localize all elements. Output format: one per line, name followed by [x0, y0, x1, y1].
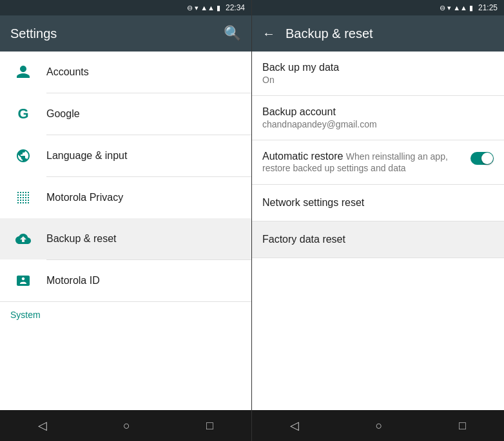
factory-data-reset-title: Factory data reset — [262, 234, 494, 245]
right-status-icons: ⊖ ▾ ▲▲ ▮ — [440, 4, 473, 12]
automatic-restore-item[interactable]: Automatic restore When reinstalling an a… — [252, 140, 504, 184]
left-status-bar: ⊖ ▾ ▲▲ ▮ 22:34 — [0, 0, 251, 15]
right-time: 21:25 — [478, 3, 498, 12]
left-toolbar-title: Settings — [10, 26, 213, 41]
toggle-knob — [481, 153, 493, 164]
right-do-not-disturb-icon: ⊖ — [440, 4, 445, 12]
automatic-restore-toggle[interactable] — [470, 152, 494, 165]
motorola-privacy-label: Motorola Privacy — [46, 192, 123, 203]
right-battery-icon: ▮ — [469, 4, 473, 12]
left-panel: ⊖ ▾ ▲▲ ▮ 22:34 Settings 🔍 Accounts G Goo… — [0, 0, 252, 441]
motorola-id-label: Motorola ID — [46, 275, 100, 286]
search-icon[interactable]: 🔍 — [224, 25, 241, 42]
backup-account-title: Backup account — [262, 106, 494, 118]
left-home-button[interactable]: ○ — [108, 414, 146, 438]
left-status-icons: ⊖ ▾ ▲▲ ▮ — [187, 4, 220, 12]
sidebar-item-google[interactable]: G Google — [0, 93, 251, 135]
sidebar-item-language[interactable]: Language & input — [0, 135, 251, 176]
do-not-disturb-icon: ⊖ — [187, 4, 193, 12]
signal-icon: ▲▲ — [200, 4, 215, 12]
backup-reset-icon — [10, 226, 36, 252]
network-settings-reset-title: Network settings reset — [262, 197, 494, 209]
sidebar-item-motorola-privacy[interactable]: Motorola Privacy — [0, 177, 251, 218]
backup-my-data-subtitle: On — [262, 75, 494, 85]
right-nav-bar: ◁ ○ □ — [252, 410, 504, 441]
backup-my-data-title: Back up my data — [262, 62, 494, 73]
google-label: Google — [46, 108, 80, 120]
left-back-button[interactable]: ◁ — [23, 413, 63, 438]
google-icon: G — [10, 101, 36, 127]
left-time: 22:34 — [226, 3, 245, 12]
accounts-icon — [10, 59, 36, 85]
network-settings-reset-item[interactable]: Network settings reset — [252, 185, 504, 221]
accounts-label: Accounts — [46, 66, 89, 78]
right-toolbar: ← Backup & reset — [252, 15, 504, 52]
language-label: Language & input — [46, 150, 127, 162]
back-icon[interactable]: ← — [262, 26, 275, 41]
backup-reset-label: Backup & reset — [46, 233, 117, 245]
right-toolbar-title: Backup & reset — [286, 26, 494, 41]
backup-my-data-item[interactable]: Back up my data On — [252, 52, 504, 95]
wifi-icon: ▾ — [195, 4, 199, 12]
right-divider-5 — [252, 258, 504, 258]
right-wifi-icon: ▾ — [447, 4, 451, 12]
right-panel: ⊖ ▾ ▲▲ ▮ 21:25 ← Backup & reset Back up … — [252, 0, 504, 441]
right-back-button[interactable]: ◁ — [275, 413, 315, 438]
sidebar-item-motorola-id[interactable]: Motorola ID — [0, 260, 251, 301]
automatic-restore-title: Automatic restore — [262, 151, 343, 162]
factory-data-reset-item[interactable]: Factory data reset — [252, 221, 504, 258]
left-recents-button[interactable]: □ — [191, 414, 229, 438]
settings-list: Accounts G Google Language & input Motor… — [0, 52, 251, 410]
language-icon — [10, 143, 36, 169]
sidebar-item-backup-reset[interactable]: Backup & reset — [0, 218, 251, 259]
right-home-button[interactable]: ○ — [360, 414, 398, 438]
backup-account-subtitle: chandnapandey@gmail.com — [262, 119, 494, 129]
left-nav-bar: ◁ ○ □ — [0, 410, 251, 441]
sidebar-item-accounts[interactable]: Accounts — [0, 52, 251, 93]
battery-icon: ▮ — [217, 4, 220, 12]
backup-account-item[interactable]: Backup account chandnapandey@gmail.com — [252, 96, 504, 140]
automatic-restore-text: Automatic restore When reinstalling an a… — [262, 151, 470, 174]
left-toolbar: Settings 🔍 — [0, 15, 251, 52]
right-status-bar: ⊖ ▾ ▲▲ ▮ 21:25 — [252, 0, 504, 15]
right-recents-button[interactable]: □ — [443, 414, 481, 438]
right-signal-icon: ▲▲ — [453, 4, 467, 12]
backup-reset-content: Back up my data On Backup account chandn… — [252, 52, 504, 410]
motorola-privacy-icon — [10, 185, 36, 211]
system-section-label: System — [0, 302, 251, 323]
motorola-id-icon — [10, 268, 36, 294]
